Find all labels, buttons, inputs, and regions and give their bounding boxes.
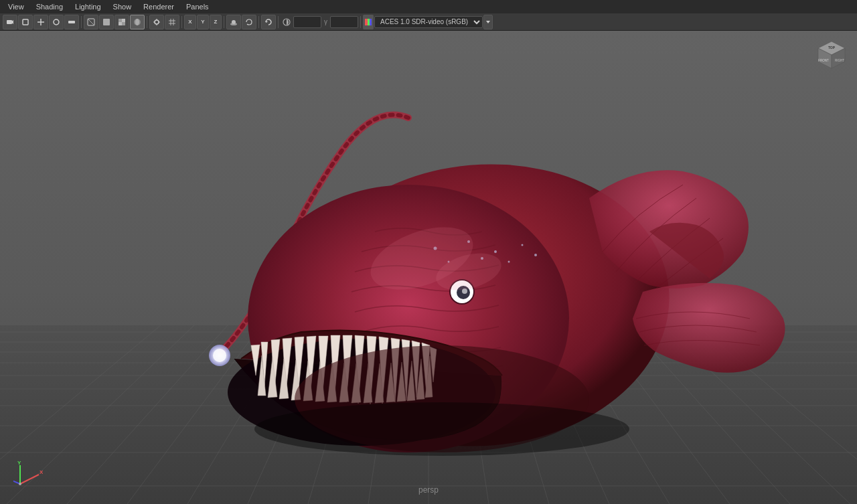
sep-1 (81, 16, 82, 28)
color-profile-select[interactable]: ACES 1.0 SDR-video (sRGB) (374, 16, 483, 28)
svg-rect-29 (365, 19, 368, 25)
toolbar-display-group (84, 15, 145, 29)
svg-point-73 (534, 254, 537, 256)
toolbar-btn-exposure-icon (281, 15, 293, 29)
toolbar-btn-rendered[interactable] (130, 15, 145, 29)
svg-line-8 (88, 19, 94, 25)
toolbar-colorprofile-group: ACES 1.0 SDR-video (sRGB) (363, 15, 493, 29)
toolbar-btn-wireframe[interactable] (84, 15, 98, 29)
toolbar-btn-camera[interactable] (3, 15, 17, 29)
svg-rect-2 (23, 19, 28, 25)
toolbar-btn-select[interactable] (18, 15, 33, 29)
svg-text:TOP: TOP (828, 46, 836, 50)
toolbar-btn-texture[interactable] (114, 15, 129, 29)
svg-point-128 (19, 483, 21, 485)
axis-indicator: X Y Z (13, 461, 43, 491)
svg-marker-32 (486, 21, 490, 23)
toolbar-btn-grid[interactable] (165, 15, 179, 29)
svg-rect-9 (103, 19, 110, 25)
svg-rect-10 (119, 19, 122, 22)
toolbar-camera-group (3, 15, 79, 29)
toolbar-btn-sym-x[interactable]: X (184, 15, 196, 29)
toolbar-snapping-group (149, 15, 179, 29)
svg-point-68 (494, 250, 497, 253)
svg-point-115 (254, 402, 629, 456)
menu-show[interactable]: Show (108, 0, 137, 13)
toolbar-symmetry-group: X Y Z (184, 15, 222, 29)
svg-rect-0 (7, 20, 12, 24)
toolbar-btn-refresh[interactable] (261, 15, 276, 29)
gamma-input[interactable]: 1.00 (330, 16, 358, 28)
toolbar-btn-scale[interactable] (64, 15, 79, 29)
toolbar-btn-rotate[interactable] (49, 15, 64, 29)
svg-rect-6 (68, 21, 75, 23)
menu-bar: View Shading Lighting Show Renderer Pane… (0, 0, 857, 13)
toolbar: X Y Z 0.00 γ 1.00 ACES 1.0 SDR-video (0, 13, 857, 31)
gamma-icon-label: γ (324, 18, 327, 25)
menu-lighting[interactable]: Lighting (70, 0, 106, 13)
toolbar-btn-colorprofile-icon (363, 15, 374, 29)
menu-renderer[interactable]: Renderer (138, 0, 179, 13)
persp-label: persp (418, 485, 439, 495)
svg-point-15 (135, 19, 139, 25)
svg-line-122 (20, 475, 39, 484)
svg-point-16 (155, 20, 159, 24)
view-cube[interactable]: TOP FRONT RIGHT (813, 37, 850, 75)
exposure-input[interactable]: 0.00 (293, 16, 321, 28)
svg-text:X: X (40, 469, 43, 475)
svg-rect-30 (368, 19, 370, 25)
svg-point-26 (232, 20, 236, 24)
viewport[interactable]: TOP FRONT RIGHT persp X Y Z (0, 31, 857, 504)
svg-point-63 (213, 349, 226, 362)
svg-rect-31 (370, 19, 372, 25)
svg-text:Y: Y (17, 461, 21, 466)
menu-view[interactable]: View (3, 0, 29, 13)
toolbar-btn-move[interactable] (33, 15, 48, 29)
svg-rect-12 (119, 22, 122, 25)
svg-text:RIGHT: RIGHT (835, 59, 844, 62)
svg-point-72 (508, 261, 510, 263)
anglerfish-model (54, 64, 790, 479)
toolbar-selection-group (226, 15, 256, 29)
svg-point-5 (54, 19, 59, 25)
sep-4 (224, 16, 224, 28)
toolbar-btn-sym-z[interactable]: Z (210, 15, 222, 29)
toolbar-exposure-group: 0.00 γ 1.00 (281, 15, 358, 29)
svg-text:FRONT: FRONT (818, 59, 829, 62)
sep-7 (360, 16, 361, 28)
svg-rect-13 (122, 22, 125, 25)
sep-2 (147, 16, 147, 28)
menu-panels[interactable]: Panels (181, 0, 214, 13)
toolbar-btn-soft-sel[interactable] (226, 15, 241, 29)
toolbar-btn-lasso[interactable] (242, 15, 256, 29)
sep-6 (278, 16, 279, 28)
svg-rect-11 (122, 19, 125, 22)
sep-5 (258, 16, 259, 28)
sep-3 (181, 16, 182, 28)
toolbar-btn-snap[interactable] (149, 15, 164, 29)
menu-shading[interactable]: Shading (31, 0, 68, 13)
svg-point-69 (522, 244, 524, 246)
svg-marker-27 (266, 21, 268, 23)
svg-marker-1 (12, 20, 13, 24)
toolbar-camera-ctrl-group (261, 15, 276, 29)
toolbar-btn-sym-y[interactable]: Y (197, 15, 209, 29)
toolbar-btn-colorprofile-expand[interactable] (483, 15, 493, 29)
toolbar-btn-solid[interactable] (99, 15, 114, 29)
